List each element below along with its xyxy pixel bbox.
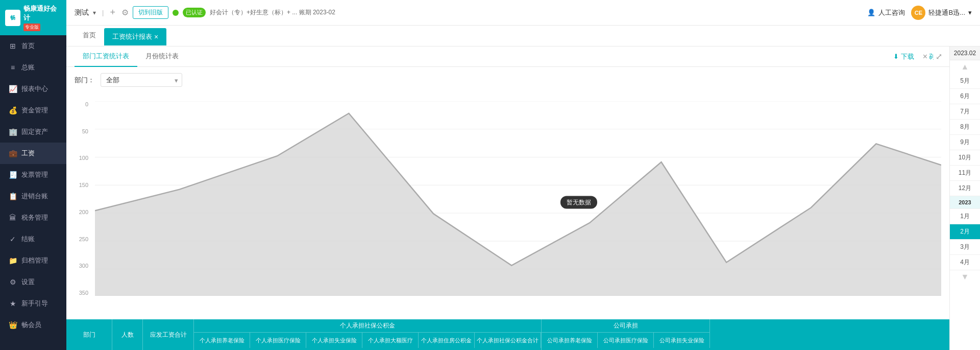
subtab-dept-salary[interactable]: 部门工资统计表 — [75, 46, 137, 67]
date-6[interactable]: 6月 — [950, 89, 980, 104]
settings-icon: ⚙ — [8, 278, 17, 286]
topbar-gear-icon[interactable]: ⚙ — [121, 8, 129, 17]
sidebar-item-invoice[interactable]: 🧾 发票管理 — [0, 164, 66, 185]
chart-svg: 暂无数据 — [95, 101, 941, 296]
date-2023-2[interactable]: 2月 — [950, 224, 980, 240]
th-company-old-age: 公司承担养老保险 — [542, 333, 598, 348]
th-personal-old-age: 个人承担养老保险 — [194, 333, 250, 348]
sidebar-item-label: 固定资产 — [21, 127, 48, 136]
sidebar-item-tax[interactable]: 🏛 税务管理 — [0, 207, 66, 228]
sidebar-item-label: 首页 — [21, 41, 35, 51]
sidebar-item-archive[interactable]: 📁 归档管理 — [0, 250, 66, 271]
sidebar-item-label: 税务管理 — [21, 213, 48, 222]
chart-area: 350 300 250 200 150 100 50 0 — [66, 93, 949, 319]
sidebar-item-salary[interactable]: 💼 工资 — [0, 143, 66, 164]
sidebar-item-funds[interactable]: 💰 资金管理 — [0, 100, 66, 121]
date-nav-up[interactable]: ▲ — [961, 60, 969, 74]
date-current: 2023.02 — [950, 46, 980, 60]
filters-bar: 部门： 全部 财务部 人事部 销售部 技术部 — [66, 67, 949, 93]
sidebar-item-purchase[interactable]: 📋 进销台账 — [0, 185, 66, 207]
th-company-medical: 公司承担医疗保险 — [598, 333, 654, 348]
sidebar-item-ledger[interactable]: ≡ 总账 — [0, 57, 66, 78]
th-personal-housing: 个人承担住房公积金 — [419, 333, 475, 348]
chart-y-labels: 350 300 250 200 150 100 50 0 — [75, 101, 92, 296]
sidebar: 畅 畅康通好会计 专业版 ⊞ 首页 ≡ 总账 📈 报表中心 💰 资金管理 🏢 固… — [0, 0, 66, 350]
reports-icon: 📈 — [8, 85, 17, 93]
date-2023-1[interactable]: 1月 — [950, 209, 980, 224]
date-2023-3[interactable]: 3月 — [950, 240, 980, 255]
th-personal-big-medical: 个人承担大额医疗 — [362, 333, 419, 348]
sidebar-item-home[interactable]: ⊞ 首页 — [0, 35, 66, 57]
date-8[interactable]: 8月 — [950, 120, 980, 135]
dept-filter-label: 部门： — [75, 76, 94, 85]
tab-close-icon[interactable]: × — [154, 33, 158, 41]
th-count: 人数 — [112, 319, 143, 350]
guide-icon: ★ — [8, 299, 17, 308]
right-date-sidebar: 2023.02 ▲ 5月 6月 7月 8月 9月 10月 11月 12月 202… — [949, 46, 980, 350]
username-label: 轻捷通B迅... — [928, 8, 965, 17]
dept-select-wrap: 全部 财务部 人事部 销售部 技术部 — [101, 73, 182, 87]
dept-select[interactable]: 全部 财务部 人事部 销售部 技术部 — [101, 73, 182, 87]
sidebar-item-label: 设置 — [21, 277, 35, 287]
year-2023-label: 2023 — [950, 196, 980, 209]
date-2023-4[interactable]: 4月 — [950, 255, 980, 270]
th-personal-unemployment: 个人承担失业保险 — [306, 333, 362, 348]
date-nav-down[interactable]: ▼ — [961, 270, 969, 284]
home-icon: ⊞ — [8, 42, 17, 50]
sidebar-item-label: 进销台账 — [21, 192, 48, 201]
topbar-info: 好会计（专）+好生意（标）+ ... 账期 2023-02 — [210, 8, 335, 17]
date-5[interactable]: 5月 — [950, 74, 980, 89]
sidebar-item-close[interactable]: ✓ 结账 — [0, 228, 66, 250]
chart-container: 350 300 250 200 150 100 50 0 — [75, 101, 941, 311]
sidebar-item-label: 报表中心 — [21, 84, 48, 94]
th-group-personal: 个人承担社保公积金 个人承担养老保险 个人承担医疗保险 个人承担失业保险 个人承… — [194, 319, 542, 350]
purchase-icon: 📋 — [8, 192, 17, 200]
sidebar-item-label: 畅会员 — [21, 320, 41, 330]
th-personal-medical: 个人承担医疗保险 — [250, 333, 306, 348]
sidebar-item-guide[interactable]: ★ 新手引导 — [0, 293, 66, 314]
topbar-right: 👤 人工咨询 CE 轻捷通B迅... ▾ — [867, 6, 972, 20]
sidebar-item-label: 发票管理 — [21, 170, 48, 179]
th-group-company: 公司承担 公司承担养老保险 公司承担医疗保险 公司承担失业保险 — [542, 319, 710, 350]
support-label: 人工咨询 — [878, 8, 905, 17]
sidebar-item-member[interactable]: 👑 畅会员 — [0, 314, 66, 336]
date-9[interactable]: 9月 — [950, 135, 980, 150]
topbar-add-icon[interactable]: + — [110, 7, 115, 18]
avatar: CE — [911, 6, 925, 20]
salary-icon: 💼 — [8, 149, 17, 157]
date-7[interactable]: 7月 — [950, 104, 980, 120]
certified-dot — [173, 10, 179, 16]
sidebar-item-label: 总账 — [21, 63, 35, 72]
support-icon: 👤 — [867, 9, 875, 16]
support-btn[interactable]: 👤 人工咨询 — [867, 8, 905, 17]
th-group-personal-cols: 个人承担养老保险 个人承担医疗保险 个人承担失业保险 个人承担大额医疗 个人承担… — [194, 333, 541, 348]
sidebar-item-label: 资金管理 — [21, 106, 48, 115]
sidebar-item-label: 新手引导 — [21, 299, 48, 308]
date-10[interactable]: 10月 — [950, 150, 980, 166]
date-12[interactable]: 12月 — [950, 181, 980, 196]
switch-old-btn[interactable]: 切到旧版 — [133, 6, 168, 19]
invoice-icon: 🧾 — [8, 171, 17, 179]
overlay-expand-btn[interactable]: ⤢ — [934, 51, 944, 62]
tab-salary-report[interactable]: 工资统计报表 × — [104, 28, 166, 45]
tab-home[interactable]: 首页 — [75, 26, 104, 46]
topbar-dropdown-arrow[interactable]: ▾ — [93, 9, 96, 16]
subtab-monthly[interactable]: 月份统计表 — [137, 46, 187, 67]
th-personal-total: 个人承担社保公积金合计 — [475, 333, 541, 348]
content-main: 部门工资统计表 月份统计表 ⬇ 下载 ↻ 刷新 部门： — [66, 46, 949, 350]
assets-icon: 🏢 — [8, 128, 17, 136]
sidebar-item-label: 工资 — [21, 149, 35, 158]
download-btn[interactable]: ⬇ 下载 — [893, 52, 914, 61]
topbar-title: 测试 — [75, 8, 89, 17]
sidebar-item-reports[interactable]: 📈 报表中心 — [0, 78, 66, 100]
date-11[interactable]: 11月 — [950, 166, 980, 181]
topbar: 测试 ▾ | + ⚙ 切到旧版 已认证 好会计（专）+好生意（标）+ ... 账… — [66, 0, 980, 26]
sidebar-item-assets[interactable]: 🏢 固定资产 — [0, 121, 66, 143]
user-menu[interactable]: CE 轻捷通B迅... ▾ — [911, 6, 972, 20]
download-icon: ⬇ — [893, 53, 899, 60]
overlay-close-btn[interactable]: × — [921, 51, 929, 62]
th-company-unemployment: 公司承担失业保险 — [654, 333, 710, 348]
logo-icon: 畅 — [5, 10, 20, 26]
content-wrapper: 部门工资统计表 月份统计表 ⬇ 下载 ↻ 刷新 部门： — [66, 46, 980, 350]
sidebar-item-settings[interactable]: ⚙ 设置 — [0, 271, 66, 293]
